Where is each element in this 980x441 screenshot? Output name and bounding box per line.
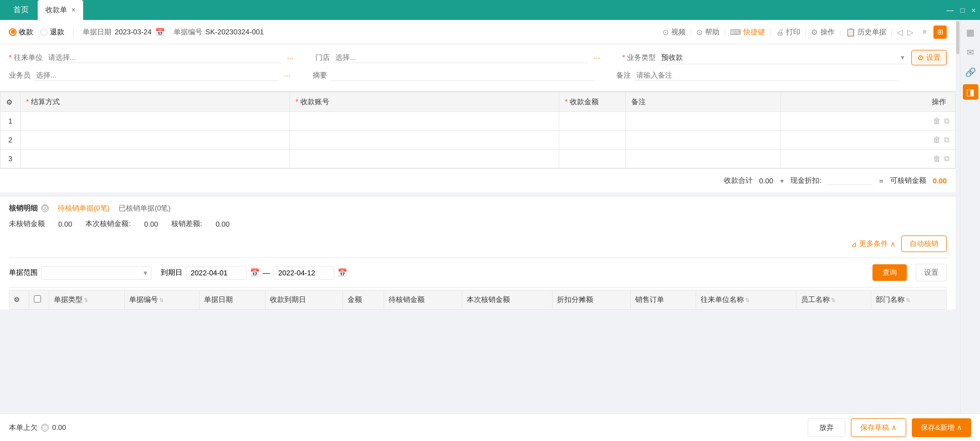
scrollbar-thumb[interactable] xyxy=(956,21,959,54)
copy-icon-1[interactable]: ⧉ xyxy=(944,116,950,126)
help-btn[interactable]: ⊙ 帮助 xyxy=(696,27,719,37)
discount-input[interactable] xyxy=(828,176,872,185)
writeoff-info-icon[interactable]: ⓘ xyxy=(41,204,49,212)
settings-button[interactable]: ⚙ 设置 xyxy=(911,50,947,65)
scrollbar-area[interactable] xyxy=(956,20,960,413)
select-all-checkbox[interactable] xyxy=(34,295,41,302)
bth-amount-label: 金额 xyxy=(348,295,362,304)
business-type-select[interactable]: 预收款 ▾ xyxy=(659,52,907,64)
remark-input[interactable] xyxy=(634,70,898,81)
gear-icon: ⚙ xyxy=(917,54,924,62)
delete-icon-2[interactable]: 🗑 xyxy=(933,135,941,145)
delete-icon-1[interactable]: 🗑 xyxy=(933,116,941,126)
discard-button[interactable]: 放弃 xyxy=(808,418,845,437)
tab-active[interactable]: 收款单 × xyxy=(38,0,83,20)
summary-input[interactable] xyxy=(330,70,594,81)
bth-gear[interactable]: ⚙ xyxy=(9,290,29,310)
window-close-icon[interactable]: × xyxy=(971,6,976,14)
layout-list-icon[interactable]: ≡ xyxy=(918,25,931,39)
sidebar-panel-icon[interactable]: ◨ xyxy=(963,84,978,100)
print-btn[interactable]: 🖨 打印 xyxy=(776,27,800,37)
cell-amount-3[interactable] xyxy=(559,150,625,168)
end-calendar-icon[interactable]: 📅 xyxy=(338,268,347,277)
range-select[interactable] xyxy=(41,266,152,280)
print-icon: 🖨 xyxy=(776,28,784,37)
toolbar: 收款 退款 单据日期 2023-03-24 📅 单据编号 SK-20230324… xyxy=(0,20,956,44)
end-date-input[interactable] xyxy=(273,266,334,280)
delete-icon-3[interactable]: 🗑 xyxy=(933,154,941,163)
counterparty-more-icon[interactable]: ··· xyxy=(287,53,294,62)
bth-current-label: 本次核销金额 xyxy=(467,295,510,304)
window-controls: — □ × xyxy=(947,6,976,14)
sidebar-table-icon[interactable]: ▦ xyxy=(963,24,978,40)
sep2: | xyxy=(724,28,726,36)
copy-icon-2[interactable]: ⧉ xyxy=(944,135,950,145)
date-field: 单据日期 2023-03-24 📅 xyxy=(83,27,165,37)
sidebar-link-icon[interactable]: 🔗 xyxy=(963,64,978,80)
pending-tab[interactable]: 待核销单据(0笔) xyxy=(58,203,110,213)
minimize-icon[interactable]: — xyxy=(947,6,954,14)
chevron-down-icon: ▾ xyxy=(901,53,905,61)
sort-icon-1: ⇅ xyxy=(84,297,88,303)
video-btn[interactable]: ⊙ 视频 xyxy=(662,27,686,37)
tab-close-icon[interactable]: × xyxy=(72,6,75,14)
tab-bar: 首页 收款单 × — □ × xyxy=(0,0,980,20)
bth-doc-date: 单据日期 xyxy=(200,290,265,310)
more-conditions-btn[interactable]: ⊿ 更多条件 ∧ xyxy=(851,239,896,249)
store-more-icon[interactable]: ··· xyxy=(594,53,600,62)
video-icon: ⊙ xyxy=(662,28,669,37)
cell-remark-3[interactable] xyxy=(625,150,780,168)
shortcut-btn[interactable]: ⌨ 快捷键 xyxy=(730,27,765,37)
nav-right-icon[interactable]: ▷ xyxy=(907,28,913,37)
cell-remark-1[interactable] xyxy=(625,112,780,131)
operation-btn[interactable]: ⚙ 操作 xyxy=(811,27,835,37)
radio-shoukuan[interactable]: 收款 xyxy=(9,27,33,37)
th-gear[interactable]: ⚙ xyxy=(1,93,21,112)
plus-label: + xyxy=(780,177,784,185)
counterparty-field: 往来单位 ··· xyxy=(9,52,293,63)
cell-account-1[interactable] xyxy=(289,112,559,131)
bth-dept: 部门名称 ⇅ xyxy=(871,290,947,310)
filter-row: 单据范围 ▾ 到期日 📅 — 📅 查询 设置 xyxy=(9,258,947,288)
auto-writeoff-button[interactable]: 自动核销 xyxy=(901,235,947,252)
store-input[interactable] xyxy=(333,52,588,63)
cell-settlement-1[interactable] xyxy=(21,112,290,131)
cell-account-3[interactable] xyxy=(289,150,559,168)
start-date-input[interactable] xyxy=(186,266,247,280)
per-order-info-icon[interactable]: ⓘ xyxy=(41,424,49,432)
layout-grid-icon[interactable]: ⊞ xyxy=(933,25,947,39)
counterparty-input[interactable] xyxy=(46,52,282,63)
sidebar-mail-icon[interactable]: ✉ xyxy=(963,44,978,60)
calendar-icon[interactable]: 📅 xyxy=(155,28,165,37)
bth-checkbox xyxy=(29,290,49,310)
cell-amount-2[interactable] xyxy=(559,131,625,150)
bth-doc-date-label: 单据日期 xyxy=(204,295,233,305)
history-btn[interactable]: 📋 历史单据 xyxy=(846,27,886,37)
discount-label: 现金折扣: xyxy=(790,176,821,186)
filter-settings-button[interactable]: 设置 xyxy=(916,264,947,281)
nav-left-icon[interactable]: ◁ xyxy=(897,28,903,37)
radio-tuikuan[interactable]: 退款 xyxy=(40,27,64,37)
copy-icon-3[interactable]: ⧉ xyxy=(944,154,950,163)
cell-settlement-3[interactable] xyxy=(21,150,290,168)
date-value: 2023-03-24 xyxy=(115,28,152,36)
save-new-button[interactable]: 保存&新增 ∧ xyxy=(912,418,971,437)
done-tab[interactable]: 已核销单据(0笔) xyxy=(119,203,171,213)
maximize-icon[interactable]: □ xyxy=(961,6,965,14)
cell-settlement-2[interactable] xyxy=(21,131,290,150)
cell-remark-2[interactable] xyxy=(625,131,780,150)
query-button[interactable]: 查询 xyxy=(872,264,907,281)
cell-amount-1[interactable] xyxy=(559,112,625,131)
save-chevron-icon: ∧ xyxy=(957,423,962,432)
start-calendar-icon[interactable]: 📅 xyxy=(250,268,259,277)
sort-icon-4: ⇅ xyxy=(831,297,835,303)
staff-input[interactable] xyxy=(34,70,278,81)
cell-account-2[interactable] xyxy=(289,131,559,150)
history-icon: 📋 xyxy=(846,28,855,37)
cell-action-1: 🗑 ⧉ xyxy=(780,112,955,131)
save-draft-button[interactable]: 保存草稿 ∧ xyxy=(851,418,906,437)
tab-home[interactable]: 首页 xyxy=(4,0,38,20)
th-account-label: 收款账号 xyxy=(295,98,329,106)
staff-more-icon[interactable]: ··· xyxy=(284,71,290,80)
radio-shoukuan-label: 收款 xyxy=(19,27,33,37)
